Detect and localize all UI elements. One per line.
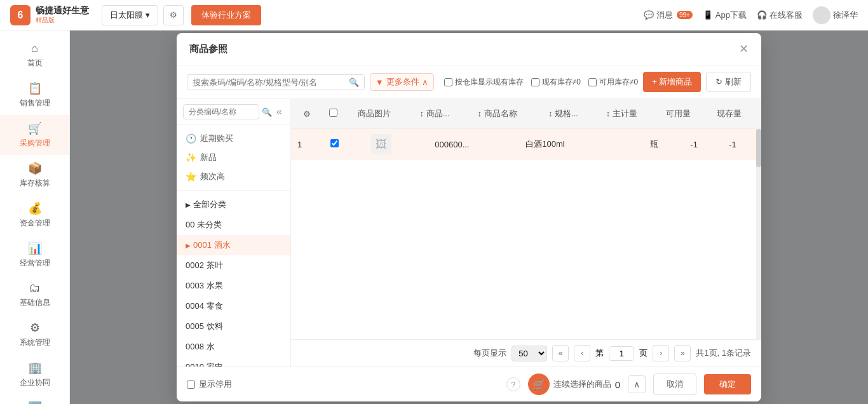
confirm-button[interactable]: 确定	[704, 374, 751, 394]
show-disabled-label[interactable]: 显示停用	[187, 379, 232, 390]
th-code[interactable]: ↕ 商品...	[414, 99, 471, 129]
category-0010[interactable]: 0010 家电	[177, 357, 290, 367]
category-0008[interactable]: 0008 水	[177, 337, 290, 357]
quick-link-new[interactable]: ✨ 新品	[177, 148, 290, 167]
scrollbar-track	[756, 129, 761, 339]
th-unit-label: ↕ 主计量	[606, 108, 637, 119]
sidebar-item-label: 系统管理	[20, 337, 50, 348]
sidebar-item-sales[interactable]: 📋 销售管理	[0, 75, 69, 115]
collapse-footer-button[interactable]: ∧	[628, 375, 646, 393]
experience-button[interactable]: 体验行业方案	[191, 5, 261, 25]
category-0003[interactable]: 0003 水果	[177, 276, 290, 296]
sidebar-item-finance[interactable]: 💰 资金管理	[0, 195, 69, 235]
category-search-icon[interactable]: 🔍	[262, 107, 272, 117]
cancel-button[interactable]: 取消	[653, 374, 696, 395]
category-label: 0003 水果	[186, 280, 223, 292]
finance-icon: 💰	[28, 201, 42, 215]
quick-link-frequent-label: 频次高	[200, 171, 225, 182]
arrow-right-icon: ▶	[186, 242, 191, 249]
check-stock-nonzero-item[interactable]: 现有库存≠0	[531, 77, 581, 88]
help-icon[interactable]: ?	[506, 377, 520, 391]
check-available-nonzero-label: 可用库存≠0	[599, 77, 638, 88]
check-warehouse-label: 按仓库显示现有库存	[455, 77, 524, 88]
show-disabled-checkbox[interactable]	[187, 380, 195, 389]
settings-icon[interactable]: ⚙	[297, 104, 316, 123]
category-0001[interactable]: ▶ 0001 酒水	[177, 235, 290, 255]
sidebar-item-base[interactable]: 🗂 基础信息	[0, 275, 69, 314]
table-scroll[interactable]: 1 🖼 000600... 白酒100ml	[291, 129, 761, 339]
category-00[interactable]: 00 未分类	[177, 215, 290, 235]
check-stock-nonzero-label: 现有库存≠0	[542, 77, 581, 88]
sidebar-item-operations[interactable]: 📊 经营管理	[0, 235, 69, 275]
scrollbar-thumb[interactable]	[756, 129, 761, 167]
modal-overlay: 商品参照 ✕ 🔍 ▼ 更多条件 ∧	[70, 30, 868, 404]
th-checkbox	[323, 99, 351, 129]
search-input-wrap[interactable]: 🔍	[187, 74, 365, 90]
sales-icon: 📋	[28, 81, 42, 95]
system-icon: ⚙	[30, 321, 40, 335]
sidebar-item-guide[interactable]: 🆕 新手引导	[0, 394, 69, 404]
app-download-item[interactable]: 📱 App下载	[703, 10, 747, 21]
modal-body: 🔍 « 🕐 近期购买 ✨ 新品	[177, 99, 761, 367]
search-input[interactable]	[193, 77, 346, 87]
check-available-nonzero[interactable]	[588, 78, 597, 86]
quick-link-recent[interactable]: 🕐 近期购买	[177, 129, 290, 148]
sidebar-item-inventory[interactable]: 📦 库存核算	[0, 155, 69, 195]
category-all[interactable]: ▶ 全部分类	[177, 194, 290, 215]
sidebar-item-label: 采购管理	[20, 138, 50, 149]
check-warehouse-item[interactable]: 按仓库显示现有库存	[444, 77, 524, 88]
last-page-button[interactable]: »	[674, 345, 691, 361]
sidebar-item-purchase[interactable]: 🛒 采购管理	[0, 115, 69, 155]
prev-page-button[interactable]: ‹	[574, 345, 590, 361]
more-conditions-button[interactable]: ▼ 更多条件 ∧	[370, 73, 434, 91]
category-0004[interactable]: 0004 零食	[177, 296, 290, 316]
new-icon: ✨	[186, 152, 196, 163]
chevron-down-icon: ▾	[146, 10, 150, 20]
category-0002[interactable]: 0002 茶叶	[177, 255, 290, 276]
sidebar-item-enterprise[interactable]: 🏢 企业协同	[0, 354, 69, 394]
th-available: 可用量	[660, 99, 710, 129]
row-checkbox[interactable]	[330, 139, 339, 147]
sidebar-item-home[interactable]: ⌂ 首页	[0, 36, 69, 75]
th-spec-label: ↕ 规格...	[548, 108, 578, 119]
nav-selector[interactable]: 日太阳膜 ▾	[102, 5, 158, 25]
page-number-input[interactable]	[609, 346, 634, 361]
td-thumb: 🖼	[365, 129, 428, 160]
category-search-input[interactable]	[183, 104, 259, 119]
messages-item[interactable]: 💬 消息 99+	[644, 10, 693, 21]
sidebar-item-system[interactable]: ⚙ 系统管理	[0, 314, 69, 354]
table-area: ⚙ 商品图片 ↕ 商品...	[291, 99, 761, 367]
cart-icon[interactable]: 🛒	[528, 374, 550, 395]
table-row[interactable]: 1 🖼 000600... 白酒100ml	[291, 129, 761, 160]
category-label: 0008 水	[186, 341, 215, 353]
message-icon: 💬	[644, 10, 654, 20]
add-product-button[interactable]: + 新增商品	[643, 72, 701, 92]
user-area[interactable]: 徐泽华	[813, 6, 858, 24]
category-label: 00 未分类	[186, 219, 222, 231]
th-name[interactable]: ↕ 商品名称	[471, 99, 542, 129]
online-service-label: 在线客服	[770, 10, 803, 21]
quick-links-area: 🕐 近期购买 ✨ 新品 ⭐ 频次高	[177, 125, 290, 191]
sidebar-item-label: 企业协同	[20, 377, 50, 388]
messages-label: 消息	[656, 10, 673, 21]
page-prefix-label: 第	[595, 347, 604, 359]
th-spec[interactable]: ↕ 规格...	[542, 99, 600, 129]
online-service-item[interactable]: 🎧 在线客服	[757, 10, 803, 21]
th-unit[interactable]: ↕ 主计量	[600, 99, 660, 129]
collapse-category-button[interactable]: «	[275, 105, 284, 118]
check-warehouse[interactable]	[444, 78, 452, 86]
per-page-select[interactable]: 50 10 20 100	[512, 346, 547, 361]
gear-button[interactable]: ⚙	[163, 5, 184, 25]
select-all-checkbox[interactable]	[329, 109, 337, 117]
category-0005[interactable]: 0005 饮料	[177, 316, 290, 337]
next-page-button[interactable]: ›	[653, 345, 669, 361]
page-total-info: 共1页, 1条记录	[696, 347, 751, 359]
first-page-button[interactable]: «	[552, 345, 569, 361]
check-available-nonzero-item[interactable]: 可用库存≠0	[588, 77, 638, 88]
quick-link-frequent[interactable]: ⭐ 频次高	[177, 167, 290, 186]
refresh-button[interactable]: ↻ 刷新	[706, 72, 751, 92]
content-area: 商品参照 ✕ 🔍 ▼ 更多条件 ∧	[70, 30, 868, 404]
category-label: 0005 饮料	[186, 321, 223, 332]
modal-close-button[interactable]: ✕	[739, 42, 749, 56]
check-stock-nonzero[interactable]	[531, 78, 539, 86]
